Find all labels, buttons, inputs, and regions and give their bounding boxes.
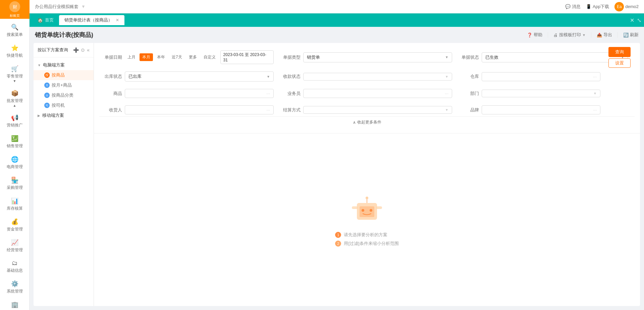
message-icon: 💬: [565, 4, 571, 9]
sidebar-item-wholesale[interactable]: 📦 批发管理 ▲: [0, 86, 29, 111]
add-scheme-btn[interactable]: ➕: [73, 47, 79, 53]
logo-subtitle: 标账页: [10, 13, 20, 18]
date-tab-thisyear[interactable]: 本年: [154, 53, 168, 61]
sidebar-item-finance[interactable]: 💰 资金管理: [0, 215, 29, 236]
export-icon: 📤: [597, 33, 602, 38]
finance-icon: 💰: [11, 218, 18, 225]
sidebar-item-ecom[interactable]: 🌐 电商管理: [0, 152, 29, 173]
date-tab-custom[interactable]: 自定义: [201, 53, 218, 61]
sidebar-item-operations[interactable]: 📈 经营管理: [0, 236, 29, 256]
page-content: 销货单统计表(按商品) ❓ 帮助 🖨 按模板打印 ▼ 📤 导出: [30, 27, 644, 310]
date-tab-7days[interactable]: 近7天: [169, 53, 185, 61]
docstatus-input[interactable]: 已生效 ▼: [482, 52, 628, 62]
brand-label: 品牌: [460, 107, 479, 113]
user-avatar-btn[interactable]: Ea demo2: [614, 2, 639, 11]
tree-group-desktop-header[interactable]: ▼ 电脑端方案: [34, 60, 94, 70]
filter-row-4: 收货人 ··· 结算方式 ▼: [99, 103, 635, 116]
collapse-panel-btn[interactable]: «: [87, 47, 90, 53]
system-icon: ⚙️: [11, 280, 18, 288]
svg-point-4: [362, 209, 364, 212]
collapse-conditions-btn[interactable]: ∧ 收起更多条件: [99, 116, 635, 128]
staff-dots: ···: [445, 91, 448, 96]
settle-input[interactable]: ▼: [303, 106, 452, 114]
svg-rect-3: [360, 206, 374, 217]
tree-item-by-category[interactable]: 分 按商品分类: [34, 90, 94, 100]
date-range-input[interactable]: 2023-03-01 至 2023-03-31: [220, 50, 274, 64]
divider-3: [618, 32, 618, 38]
help-icon: ❓: [527, 33, 532, 38]
collectstatus-input[interactable]: ▼: [303, 73, 452, 81]
sidebar-item-search[interactable]: 🔍 搜索菜单: [0, 20, 29, 41]
svg-text:财: 财: [12, 5, 17, 9]
svg-point-5: [370, 209, 372, 212]
query-button[interactable]: 查询: [608, 47, 631, 57]
collectstatus-caret: ▼: [445, 75, 448, 79]
refresh-btn[interactable]: 🔄 刷新: [623, 32, 639, 38]
print-icon: 🖨: [553, 33, 558, 38]
filter-cell-docstatus: 单据状态 已生效 ▼ 查询 设置: [456, 48, 635, 66]
page-actions: ❓ 帮助 🖨 按模板打印 ▼ 📤 导出 🔄 刷新: [527, 32, 639, 38]
header-right: 💬 消息 📱 App下载 Ea demo2: [565, 2, 639, 11]
cashier-scheme-icon: 司: [44, 103, 50, 108]
tab-window-controls: ✕ ⤡: [630, 17, 641, 23]
sidebar-item-sales[interactable]: 💹 销售管理: [0, 132, 29, 152]
warehouse-input[interactable]: ···: [482, 72, 600, 81]
sidebar-item-corp[interactable]: 🏢 企业协同: [0, 298, 29, 310]
search-icon: 🔍: [11, 23, 18, 31]
empty-state: 1 请先选择要分析的方案 2 用[过滤]条件来缩小分析范围: [94, 134, 640, 306]
date-tab-thismonth[interactable]: 本月: [140, 53, 153, 61]
tip-item-1: 1 请先选择要分析的方案: [335, 232, 398, 238]
staff-input[interactable]: ···: [303, 89, 452, 98]
date-tab-lastmonth[interactable]: 上月: [125, 53, 138, 61]
date-tab-more[interactable]: 更多: [186, 53, 200, 61]
content-area: 按以下方案查询 ➕ ⊙ « ▼ 电脑端方案: [34, 43, 640, 306]
tab-report[interactable]: 销货单统计表（按商品） ✕: [59, 15, 124, 25]
sidebar-item-marketing[interactable]: 📢 营销推广: [0, 111, 29, 132]
top-header: 办公用品行业模拟账套 ▼ 💬 消息 📱 App下载 Ea demo2: [30, 0, 644, 13]
help-btn[interactable]: ❓ 帮助: [527, 32, 542, 38]
maximize-window-icon[interactable]: ⤡: [637, 17, 641, 23]
outstatus-label: 出库状态: [103, 73, 122, 80]
right-panel: 单据日期 上月 本月 本年 近7天 更多 自定义: [94, 43, 640, 306]
product-input[interactable]: ···: [125, 89, 274, 98]
wholesale-icon: 📦: [11, 90, 18, 97]
settings-button[interactable]: 设置: [608, 58, 631, 68]
tree-group-mobile-header[interactable]: ▶ 移动端方案: [34, 110, 94, 120]
sidebar-item-quicknav[interactable]: ⭐ 快捷导航: [0, 41, 29, 62]
tree-item-by-cashier[interactable]: 司 按司机: [34, 100, 94, 110]
tree-item-by-month-product[interactable]: 月 按月+商品: [34, 80, 94, 90]
left-panel-title: 按以下方案查询: [38, 47, 68, 53]
brand-input[interactable]: ···: [482, 105, 600, 114]
close-window-icon[interactable]: ✕: [630, 17, 634, 23]
main-area: 办公用品行业模拟账套 ▼ 💬 消息 📱 App下载 Ea demo2 🏠 首页: [30, 0, 644, 310]
tree-item-by-product[interactable]: 按 按商品: [34, 70, 94, 80]
tab-home[interactable]: 🏠 首页: [32, 15, 59, 25]
category-scheme-icon: 分: [44, 93, 50, 98]
tip-item-2: 2 用[过滤]条件来缩小分析范围: [335, 241, 398, 247]
app-download-btn[interactable]: 📱 App下载: [586, 4, 609, 10]
sidebar-item-system[interactable]: ⚙️ 系统管理: [0, 277, 29, 298]
filter-cell-settle: 结算方式 ▼: [278, 103, 456, 116]
sidebar-item-purchase[interactable]: 🏪 采购管理: [0, 173, 29, 194]
sidebar-item-basic[interactable]: 🗂 基础信息: [0, 256, 29, 277]
filter-cell-doctype: 单据类型 销货单 ▼: [278, 48, 456, 66]
tree-group-mobile: ▶ 移动端方案: [34, 110, 94, 120]
month-product-scheme-icon: 月: [44, 83, 50, 88]
svg-point-7: [366, 197, 368, 199]
doctype-input[interactable]: 销货单 ▼: [303, 52, 452, 62]
print-btn[interactable]: 🖨 按模板打印 ▼: [553, 32, 586, 38]
refresh-icon: 🔄: [623, 33, 629, 38]
edit-scheme-btn[interactable]: ⊙: [81, 47, 85, 53]
sidebar-item-inventory[interactable]: 📊 库存核算: [0, 194, 29, 215]
receiver-input[interactable]: ···: [125, 105, 274, 114]
filter-cell-brand: 品牌 ···: [456, 103, 604, 116]
message-btn[interactable]: 💬 消息: [565, 4, 581, 10]
outstatus-input[interactable]: 已出库 ▼: [125, 71, 274, 82]
sidebar-item-retail[interactable]: 🛒 零售管理 ▼: [0, 62, 29, 86]
export-btn[interactable]: 📤 导出: [597, 32, 612, 38]
ops-icon: 📈: [11, 239, 18, 246]
logo[interactable]: 财 标账页: [0, 0, 30, 19]
collapse-chevron-icon: ∧: [353, 120, 356, 125]
tab-close-btn[interactable]: ✕: [116, 18, 119, 22]
dept-input[interactable]: ▼: [482, 90, 600, 97]
